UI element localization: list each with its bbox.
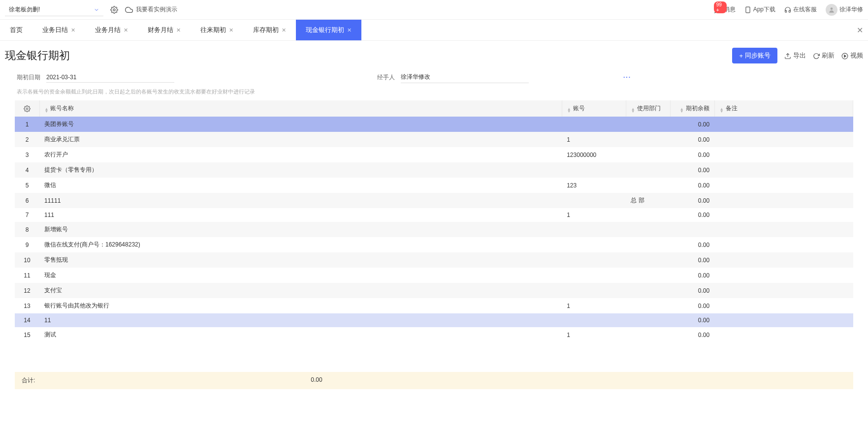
total-bar: 合计: 0.00 xyxy=(15,372,853,389)
tab-业务日结[interactable]: 业务日结✕ xyxy=(32,20,85,40)
table-row[interactable]: 611111总 部0.00 xyxy=(15,193,853,208)
cell-remark xyxy=(714,237,853,252)
message-badge: 99 + xyxy=(714,1,727,13)
sort-icon: ▲▼ xyxy=(631,108,635,113)
sort-icon: ▲▼ xyxy=(680,108,684,113)
cell-name: 农行开户 xyxy=(39,147,562,162)
tab-label: 财务月结 xyxy=(148,26,173,34)
table-row[interactable]: 10零售抵现0.00 xyxy=(15,252,853,268)
demo-label: 我要看实例演示 xyxy=(136,5,177,14)
cell-index: 13 xyxy=(15,298,39,313)
cell-dept xyxy=(626,147,670,162)
svg-point-7 xyxy=(26,108,28,110)
tab-财务月结[interactable]: 财务月结✕ xyxy=(138,20,191,40)
table-row[interactable]: 4提货卡（零售专用）0.00 xyxy=(15,162,853,178)
table-row[interactable]: 1美团券账号0.00 xyxy=(15,117,853,132)
close-icon[interactable]: ✕ xyxy=(124,27,128,33)
table-row[interactable]: 9微信在线支付(商户号：1629648232)0.00 xyxy=(15,237,853,252)
gear-icon[interactable] xyxy=(110,6,118,14)
cell-balance: 0.00 xyxy=(670,252,714,268)
table-row[interactable]: 14110.00 xyxy=(15,313,853,327)
col-account[interactable]: ▲▼账号 xyxy=(562,100,626,117)
cell-account: 1 xyxy=(562,327,626,342)
cell-balance: 0.00 xyxy=(670,313,714,327)
tab-label: 往来期初 xyxy=(200,26,226,34)
cell-name: 提货卡（零售专用） xyxy=(39,162,562,178)
tab-首页[interactable]: 首页 xyxy=(0,20,32,40)
cloud-icon xyxy=(125,6,136,14)
more-icon[interactable]: ··· xyxy=(623,74,631,81)
video-label: 视频 xyxy=(850,51,863,60)
table-row[interactable]: 12支付宝0.00 xyxy=(15,283,853,298)
cell-index: 4 xyxy=(15,162,39,178)
table-row[interactable]: 2商业承兑汇票10.00 xyxy=(15,132,853,147)
cell-balance: 0.00 xyxy=(670,132,714,147)
org-selector[interactable]: 徐老板勿删! xyxy=(5,3,103,16)
close-icon[interactable]: ✕ xyxy=(282,27,286,33)
table-row[interactable]: 13银行账号由其他改为银行10.00 xyxy=(15,298,853,313)
cell-remark xyxy=(714,327,853,342)
tab-业务月结[interactable]: 业务月结✕ xyxy=(85,20,138,40)
date-input[interactable]: 2021-03-31 xyxy=(46,72,174,83)
close-icon[interactable]: ✕ xyxy=(176,27,181,33)
col-name[interactable]: ▲▼账号名称 xyxy=(39,100,562,117)
tab-往来期初[interactable]: 往来期初✕ xyxy=(191,20,243,40)
cell-dept xyxy=(626,162,670,178)
cell-account xyxy=(562,193,626,208)
cell-index: 7 xyxy=(15,208,39,222)
cell-name: 微信在线支付(商户号：1629648232) xyxy=(39,237,562,252)
play-icon xyxy=(841,52,848,60)
close-icon[interactable]: ✕ xyxy=(71,27,75,33)
cell-index: 6 xyxy=(15,193,39,208)
svg-marker-6 xyxy=(844,55,846,57)
table-row[interactable]: 3农行开户1230000000.00 xyxy=(15,147,853,162)
close-icon[interactable]: ✕ xyxy=(229,27,233,33)
cell-remark xyxy=(714,193,853,208)
user-menu[interactable]: 徐泽华修 xyxy=(826,4,863,16)
col-balance[interactable]: ▲▼期初余额 xyxy=(670,100,714,117)
cell-balance: 0.00 xyxy=(670,208,714,222)
cell-balance: 0.00 xyxy=(670,298,714,313)
cell-remark xyxy=(714,283,853,298)
cell-name: 零售抵现 xyxy=(39,252,562,268)
svg-point-3 xyxy=(831,7,833,10)
tab-label: 首页 xyxy=(10,26,23,34)
total-balance: 0.00 xyxy=(311,376,322,385)
refresh-button[interactable]: 刷新 xyxy=(813,51,835,60)
export-label: 导出 xyxy=(793,51,806,60)
cell-index: 8 xyxy=(15,222,39,237)
cell-dept xyxy=(626,208,670,222)
customer-service-button[interactable]: 在线客服 xyxy=(784,5,817,14)
accounts-table: ▲▼账号名称 ▲▼账号 ▲▼使用部门 ▲▼期初余额 ▲▼备注 1美团券账号0.0… xyxy=(0,100,868,342)
column-settings-button[interactable] xyxy=(15,100,39,117)
table-row[interactable]: 11现金0.00 xyxy=(15,268,853,283)
cell-account: 1 xyxy=(562,208,626,222)
close-icon[interactable]: ✕ xyxy=(347,27,352,33)
video-button[interactable]: 视频 xyxy=(841,51,863,60)
handler-input[interactable]: 徐泽华修改 xyxy=(401,71,529,83)
demo-link[interactable]: 我要看实例演示 xyxy=(125,5,177,14)
cell-balance: 0.00 xyxy=(670,147,714,162)
tab-库存期初[interactable]: 库存期初✕ xyxy=(243,20,296,40)
cell-balance: 0.00 xyxy=(670,268,714,283)
org-name: 徐老板勿删! xyxy=(9,5,40,14)
cell-remark xyxy=(714,252,853,268)
close-all-tabs-button[interactable]: ✕ xyxy=(857,26,863,35)
table-row[interactable]: 15测试10.00 xyxy=(15,327,853,342)
cell-name: 现金 xyxy=(39,268,562,283)
avatar-icon xyxy=(826,4,837,16)
export-button[interactable]: 导出 xyxy=(784,51,806,60)
table-row[interactable]: 8新增账号 xyxy=(15,222,853,237)
sync-account-button[interactable]: + 同步账号 xyxy=(732,48,777,63)
table-row[interactable]: 711110.00 xyxy=(15,208,853,222)
messages-button[interactable]: 99 + 消息 xyxy=(714,5,736,14)
app-download-button[interactable]: App下载 xyxy=(744,5,775,14)
col-remark[interactable]: ▲▼备注 xyxy=(714,100,853,117)
cell-balance: 0.00 xyxy=(670,283,714,298)
tab-现金银行期初[interactable]: 现金银行期初✕ xyxy=(296,20,361,40)
table-row[interactable]: 5微信1230.00 xyxy=(15,178,853,193)
cell-remark xyxy=(714,178,853,193)
svg-point-0 xyxy=(113,9,115,11)
col-dept[interactable]: ▲▼使用部门 xyxy=(626,100,670,117)
cell-name: 微信 xyxy=(39,178,562,193)
